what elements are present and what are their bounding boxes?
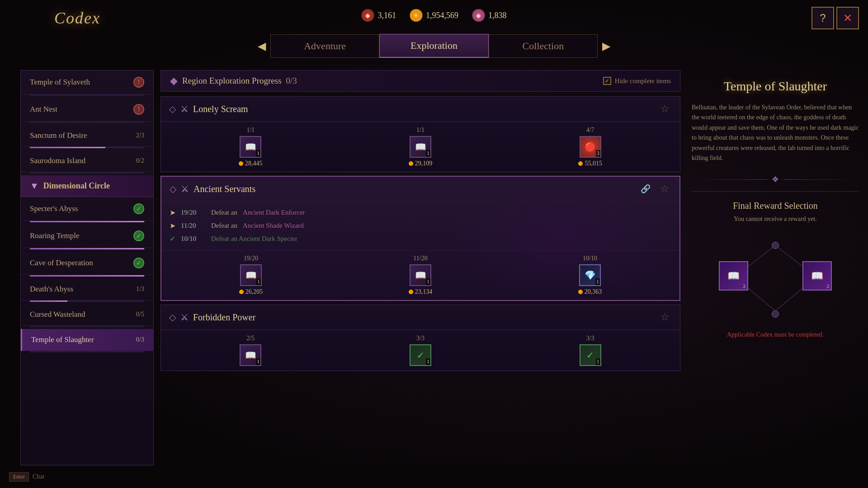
currency-gold-value: 1,954,569 bbox=[426, 11, 458, 20]
tab-exploration[interactable]: Exploration bbox=[379, 34, 488, 58]
currency-pink-value: 1,838 bbox=[488, 11, 507, 20]
rewards-row-lonely-scream: 1/1 📖 1 28,445 1/1 bbox=[161, 122, 680, 172]
task-progress-3: 10/10 bbox=[181, 235, 206, 243]
sidebar-item-ant-nest[interactable]: Ant Nest ! bbox=[21, 98, 153, 122]
currency-pink-icon: ◆ bbox=[472, 9, 485, 22]
gold-dot bbox=[578, 290, 583, 294]
reward-cannot-text: You cannot receive a reward yet. bbox=[692, 216, 859, 223]
reward-gold-3: 55,015 bbox=[585, 160, 602, 167]
codex-card-lonely-scream[interactable]: ◇ ⚔ Lonely Scream ☆ 1/1 📖 1 bbox=[160, 96, 680, 172]
reward-tier-1: 1/1 📖 1 28,445 bbox=[169, 127, 332, 167]
currency-gold: ● 1,954,569 bbox=[410, 9, 458, 22]
right-panel: Temple of Slaughter Belluatan, the leade… bbox=[683, 70, 868, 465]
reward-tier-fp-2: 3/3 ✓ 1 bbox=[339, 335, 502, 366]
codex-card-ancient-servants[interactable]: ◇ ⚔ Ancient Servants 🔗 ☆ ➤ 19/20 Defeat … bbox=[160, 176, 680, 301]
diamond-bottom-dot bbox=[772, 310, 779, 318]
task-progress-2: 11/20 bbox=[181, 222, 206, 230]
sidebar-item-roaring-temple[interactable]: Roaring Temple ✓ bbox=[21, 224, 153, 248]
reward-img-fp-3: ✓ 1 bbox=[580, 344, 601, 366]
reward-tier-fp-3: 3/3 ✓ 1 bbox=[509, 335, 672, 366]
page-title: Codex bbox=[54, 9, 100, 28]
task-arrow-2: ➤ bbox=[170, 221, 175, 230]
reward-img-as-2: 📖 1 bbox=[410, 264, 431, 286]
sidebar-item-cursed-wasteland[interactable]: Cursed Wasteland 0/5 bbox=[21, 304, 153, 326]
sidebar-item-specters-abyss[interactable]: Specter's Abyss ✓ bbox=[21, 197, 153, 221]
currency-red-icon: ◆ bbox=[362, 9, 374, 22]
rewards-row-forbidden-power: 2/5 📖 1 3/3 ✓ 1 bbox=[161, 330, 680, 371]
hide-complete-checkbox[interactable]: ✓ bbox=[603, 77, 611, 85]
reward-tier-as-2: 11/20 📖 1 23,134 bbox=[339, 255, 502, 296]
card-character-icon: ⚔ bbox=[180, 312, 189, 323]
sidebar-item-temple-sylaveth[interactable]: Temple of Sylaveth ! bbox=[21, 70, 153, 94]
sidebar-item-temple-slaughter[interactable]: Temple of Slaughter 0/3 bbox=[21, 329, 153, 351]
star-button-forbidden-power[interactable]: ☆ bbox=[658, 310, 672, 324]
card-diamond-icon: ◇ bbox=[169, 312, 176, 323]
reward-img-as-1: 📖 1 bbox=[240, 264, 262, 286]
reward-img-3: 🔴 3 bbox=[580, 136, 601, 158]
main-content: ◆ Region Exploration Progress 0/3 ✓ Hide… bbox=[160, 70, 680, 465]
panel-description: Belluatan, the leader of the Sylavean Or… bbox=[692, 103, 859, 163]
reward-tier-fp-1: 2/5 📖 1 bbox=[169, 335, 332, 366]
tab-adventure[interactable]: Adventure bbox=[270, 34, 379, 58]
close-button[interactable]: ✕ bbox=[836, 7, 859, 29]
card-diamond-icon: ◇ bbox=[170, 183, 176, 194]
link-button-ancient-servants[interactable]: 🔗 bbox=[641, 184, 651, 194]
nav-arrow-left[interactable]: ◀ bbox=[253, 35, 270, 57]
task-complete-3: Defeat an Ancient Dark Specter bbox=[211, 235, 297, 243]
card-title-forbidden-power: Forbidden Power bbox=[193, 312, 255, 323]
applicable-text: Applicable Codex must be completed. bbox=[692, 331, 859, 338]
reward-left-count: 2 bbox=[743, 283, 746, 289]
card-diamond-icon: ◇ bbox=[169, 103, 176, 114]
header-buttons: ? ✕ bbox=[811, 7, 859, 29]
card-character-icon: ⚔ bbox=[180, 103, 189, 114]
gold-dot bbox=[239, 161, 243, 166]
hide-complete-label: Hide complete items bbox=[615, 77, 671, 85]
sidebar-item-cave-desperation[interactable]: Cave of Desperation ✓ bbox=[21, 251, 153, 275]
task-progress-1: 19/20 bbox=[181, 209, 206, 216]
reward-img-2: 📖 1 bbox=[410, 136, 431, 158]
help-button[interactable]: ? bbox=[811, 7, 834, 29]
gold-dot bbox=[409, 161, 413, 166]
star-button-lonely-scream[interactable]: ☆ bbox=[658, 102, 672, 116]
sidebar-section-dimensional-circle[interactable]: ▼ Dimensional Circle bbox=[21, 175, 153, 197]
sidebar-item-sanctum[interactable]: Sanctum of Desire 2/3 bbox=[21, 125, 153, 147]
nav-arrow-right[interactable]: ▶ bbox=[598, 35, 615, 57]
gold-dot bbox=[239, 290, 244, 294]
tasks-ancient-servants: ➤ 19/20 Defeat an Ancient Dark Enforcer … bbox=[161, 202, 679, 250]
card-title-ancient-servants: Ancient Servants bbox=[193, 184, 255, 194]
reward-left[interactable]: 📖 2 bbox=[719, 261, 748, 291]
sidebar: Temple of Sylaveth ! Ant Nest ! Sanctum … bbox=[20, 70, 154, 465]
reward-tier-3: 4/7 🔴 3 55,015 bbox=[509, 127, 672, 167]
reward-img-as-3: 💎 1 bbox=[579, 264, 601, 286]
task-arrow-1: ➤ bbox=[170, 208, 175, 217]
diamond-top-dot bbox=[772, 242, 779, 249]
currency-red-value: 3,161 bbox=[378, 11, 396, 20]
reward-img-fp-1: 📖 1 bbox=[240, 344, 261, 366]
check-icon: ✓ bbox=[133, 230, 144, 241]
region-header: ◆ Region Exploration Progress 0/3 ✓ Hide… bbox=[160, 70, 680, 92]
rewards-row-ancient-servants: 19/20 📖 1 26,205 11/20 bbox=[161, 250, 679, 300]
gold-dot bbox=[578, 161, 583, 166]
region-icon: ◆ bbox=[170, 75, 178, 87]
card-title-lonely-scream: Lonely Scream bbox=[193, 104, 248, 114]
reward-gold-2: 29,109 bbox=[415, 160, 433, 167]
currency-bar: ◆ 3,161 ● 1,954,569 ◆ 1,838 bbox=[362, 9, 507, 22]
hide-complete-toggle[interactable]: ✓ Hide complete items bbox=[603, 77, 671, 85]
reward-gold-as-1: 26,205 bbox=[245, 288, 263, 296]
reward-img-fp-2: ✓ 1 bbox=[410, 344, 431, 366]
sidebar-item-deaths-abyss[interactable]: Death's Abyss 1/3 bbox=[21, 278, 153, 300]
reward-right-count: 2 bbox=[827, 283, 830, 289]
task-highlight-1: Ancient Dark Enforcer bbox=[243, 209, 305, 216]
sidebar-item-saurodoma[interactable]: Saurodoma Island 0/2 bbox=[21, 150, 153, 172]
reward-gold-1: 28,445 bbox=[245, 160, 263, 167]
tab-collection[interactable]: Collection bbox=[489, 34, 598, 58]
currency-gold-icon: ● bbox=[410, 9, 422, 22]
codex-card-forbidden-power[interactable]: ◇ ⚔ Forbidden Power ☆ 2/5 📖 1 bbox=[160, 305, 680, 371]
currency-red: ◆ 3,161 bbox=[362, 9, 396, 22]
reward-selection-title: Final Reward Selection bbox=[692, 191, 859, 211]
star-button-ancient-servants[interactable]: ☆ bbox=[658, 182, 671, 196]
panel-title: Temple of Slaughter bbox=[692, 79, 859, 94]
currency-pink: ◆ 1,838 bbox=[472, 9, 507, 22]
reward-right[interactable]: 📖 2 bbox=[802, 261, 832, 291]
nav-tabs: ◀ Adventure Exploration Collection ▶ bbox=[253, 34, 615, 58]
